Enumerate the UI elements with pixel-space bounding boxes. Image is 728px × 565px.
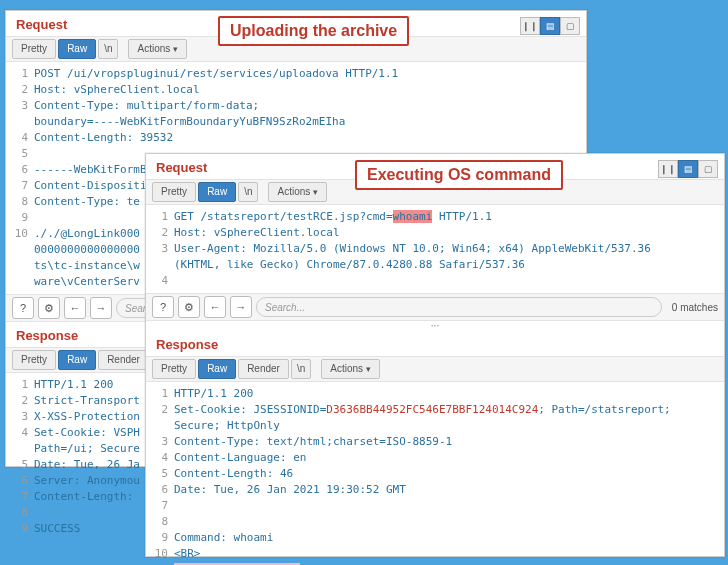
view-mode-group: ❙❙ ▤ ▢ (520, 17, 580, 35)
view-columns-icon[interactable]: ❙❙ (520, 17, 540, 35)
response-title: Response (146, 331, 724, 356)
view-mode-group: ❙❙ ▤ ▢ (658, 160, 718, 178)
gear-icon[interactable]: ⚙ (178, 296, 200, 318)
raw-button[interactable]: Raw (58, 350, 96, 370)
code-line: 5Content-Length: 46 (146, 466, 724, 482)
newline-button[interactable]: \n (238, 182, 258, 202)
code-line: 1HTTP/1.1 200 (146, 386, 724, 402)
match-count: 0 matches (666, 302, 718, 313)
newline-button[interactable]: \n (98, 39, 118, 59)
next-match-icon[interactable]: → (230, 296, 252, 318)
annotation-exec: Executing OS command (355, 160, 563, 190)
code-line: 7 (146, 498, 724, 514)
actions-dropdown[interactable]: Actions ▾ (321, 359, 380, 379)
view-single-icon[interactable]: ▢ (560, 17, 580, 35)
code-line: 1POST /ui/vropspluginui/rest/services/up… (6, 66, 586, 82)
pretty-button[interactable]: Pretty (152, 359, 196, 379)
code-line: 3Content-Type: multipart/form-data; (6, 98, 586, 114)
help-icon[interactable]: ? (12, 297, 34, 319)
code-line: Secure; HttpOnly (146, 418, 724, 434)
code-line: 9Command: whoami (146, 530, 724, 546)
render-button[interactable]: Render (98, 350, 149, 370)
code-line: 2Set-Cookie: JSESSIONID=D3636BB44952FC54… (146, 402, 724, 418)
code-line: boundary=----WebKitFormBoundaryYuBFN9SzR… (6, 114, 586, 130)
actions-dropdown[interactable]: Actions ▾ (128, 39, 187, 59)
drag-handle-icon[interactable]: ··· (146, 321, 724, 331)
raw-button[interactable]: Raw (198, 182, 236, 202)
next-match-icon[interactable]: → (90, 297, 112, 319)
view-columns-icon[interactable]: ❙❙ (658, 160, 678, 178)
view-single-icon[interactable]: ▢ (698, 160, 718, 178)
response-body: 1HTTP/1.1 2002Set-Cookie: JSESSIONID=D36… (146, 382, 724, 565)
raw-button[interactable]: Raw (58, 39, 96, 59)
code-line: 1GET /statsreport/testRCE.jsp?cmd=whoami… (146, 209, 724, 225)
help-icon[interactable]: ? (152, 296, 174, 318)
view-split-icon[interactable]: ▤ (540, 17, 560, 35)
find-bar: ? ⚙ ← → Search... 0 matches (146, 293, 724, 321)
code-line: 2Host: vSphereClient.local (146, 225, 724, 241)
gear-icon[interactable]: ⚙ (38, 297, 60, 319)
prev-match-icon[interactable]: ← (204, 296, 226, 318)
panel-exec: ❙❙ ▤ ▢ Request Pretty Raw \n Actions ▾ 1… (145, 153, 725, 557)
actions-dropdown[interactable]: Actions ▾ (268, 182, 327, 202)
request-body: 1GET /statsreport/testRCE.jsp?cmd=whoami… (146, 205, 724, 293)
code-line: 3Content-Type: text/html;charset=ISO-885… (146, 434, 724, 450)
code-line: 3User-Agent: Mozilla/5.0 (Windows NT 10.… (146, 241, 724, 257)
code-line: 4Content-Length: 39532 (6, 130, 586, 146)
pretty-button[interactable]: Pretty (152, 182, 196, 202)
newline-button[interactable]: \n (291, 359, 311, 379)
annotation-upload: Uploading the archive (218, 16, 409, 46)
raw-button[interactable]: Raw (198, 359, 236, 379)
pretty-button[interactable]: Pretty (12, 350, 56, 370)
response-toolbar: Pretty Raw Render \n Actions ▾ (146, 356, 724, 382)
pretty-button[interactable]: Pretty (12, 39, 56, 59)
prev-match-icon[interactable]: ← (64, 297, 86, 319)
code-line: 6Date: Tue, 26 Jan 2021 19:30:52 GMT (146, 482, 724, 498)
search-input[interactable]: Search... (256, 297, 662, 317)
code-line: 4 (146, 273, 724, 289)
code-line: 10<BR> (146, 546, 724, 562)
view-split-icon[interactable]: ▤ (678, 160, 698, 178)
render-button[interactable]: Render (238, 359, 289, 379)
code-line: 4Content-Language: en (146, 450, 724, 466)
code-line: 2Host: vSphereClient.local (6, 82, 586, 98)
code-line: (KHTML, like Gecko) Chrome/87.0.4280.88 … (146, 257, 724, 273)
code-line: 8 (146, 514, 724, 530)
